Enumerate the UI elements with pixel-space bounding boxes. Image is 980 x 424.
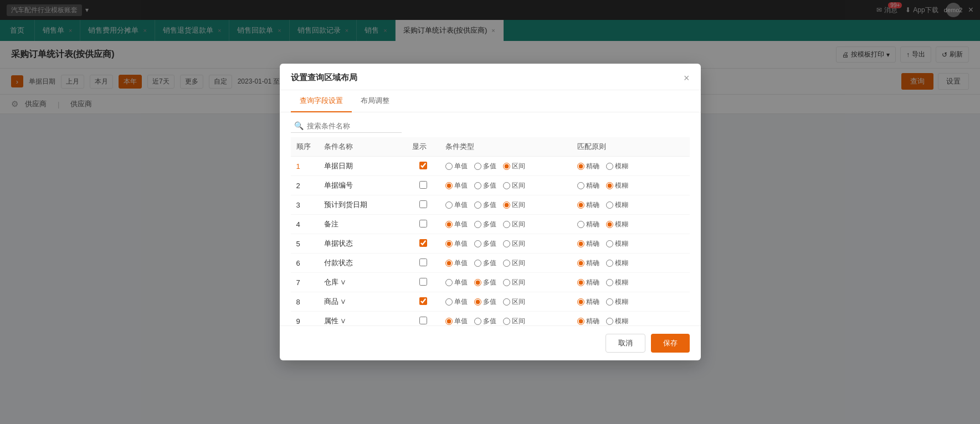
match-exact-radio[interactable] <box>577 279 584 286</box>
type-single-label[interactable]: 单值 <box>445 297 468 307</box>
match-fuzzy-radio[interactable] <box>606 201 613 209</box>
type-single-label[interactable]: 单值 <box>445 181 468 190</box>
type-single-radio[interactable] <box>445 260 453 267</box>
show-checkbox[interactable] <box>419 239 427 247</box>
match-fuzzy-radio[interactable] <box>606 163 613 170</box>
type-range-label[interactable]: 区间 <box>503 278 525 287</box>
type-range-radio[interactable] <box>503 318 510 325</box>
type-single-radio[interactable] <box>445 221 453 228</box>
match-exact-radio[interactable] <box>577 298 584 306</box>
type-range-label[interactable]: 区间 <box>503 258 525 268</box>
match-exact-radio[interactable] <box>577 163 584 170</box>
type-multi-label[interactable]: 多值 <box>474 162 496 171</box>
type-range-radio[interactable] <box>503 201 510 209</box>
type-multi-radio[interactable] <box>474 318 481 325</box>
show-checkbox[interactable] <box>419 220 427 227</box>
type-multi-label[interactable]: 多值 <box>474 258 496 268</box>
type-multi-label[interactable]: 多值 <box>474 239 496 249</box>
type-range-label[interactable]: 区间 <box>503 181 525 190</box>
match-exact-label[interactable]: 精确 <box>577 297 599 307</box>
match-exact-radio[interactable] <box>577 182 584 189</box>
type-multi-label[interactable]: 多值 <box>474 278 496 287</box>
match-fuzzy-radio[interactable] <box>606 221 613 228</box>
type-range-radio[interactable] <box>503 221 510 228</box>
match-exact-label[interactable]: 精确 <box>577 239 599 249</box>
type-single-radio[interactable] <box>445 182 453 189</box>
match-exact-radio[interactable] <box>577 318 584 325</box>
type-single-radio[interactable] <box>445 240 453 247</box>
dialog-close-button[interactable]: × <box>684 73 690 83</box>
cancel-button[interactable]: 取消 <box>606 334 645 335</box>
dialog-tab-query-fields[interactable]: 查询字段设置 <box>291 90 352 112</box>
match-exact-radio[interactable] <box>577 221 584 228</box>
type-multi-radio[interactable] <box>474 260 481 267</box>
match-fuzzy-label[interactable]: 模糊 <box>606 239 628 249</box>
type-multi-label[interactable]: 多值 <box>474 297 496 307</box>
type-single-radio[interactable] <box>445 318 453 325</box>
match-exact-label[interactable]: 精确 <box>577 200 599 210</box>
match-fuzzy-label[interactable]: 模糊 <box>606 258 628 268</box>
type-range-radio[interactable] <box>503 298 510 306</box>
type-single-radio[interactable] <box>445 163 453 170</box>
type-range-radio[interactable] <box>503 240 510 247</box>
show-checkbox[interactable] <box>419 181 427 189</box>
match-exact-radio[interactable] <box>577 201 584 209</box>
type-single-label[interactable]: 单值 <box>445 278 468 287</box>
type-range-radio[interactable] <box>503 260 510 267</box>
dialog-tab-layout[interactable]: 布局调整 <box>352 90 398 112</box>
type-single-label[interactable]: 单值 <box>445 258 468 268</box>
match-fuzzy-radio[interactable] <box>606 279 613 286</box>
type-range-label[interactable]: 区间 <box>503 200 525 210</box>
type-multi-radio[interactable] <box>474 240 481 247</box>
match-fuzzy-radio[interactable] <box>606 298 613 306</box>
type-range-radio[interactable] <box>503 163 510 170</box>
type-single-label[interactable]: 单值 <box>445 239 468 249</box>
match-fuzzy-radio[interactable] <box>606 182 613 189</box>
show-checkbox[interactable] <box>419 258 427 266</box>
show-checkbox[interactable] <box>419 297 427 305</box>
show-checkbox[interactable] <box>419 278 427 286</box>
match-exact-label[interactable]: 精确 <box>577 162 599 171</box>
type-single-label[interactable]: 单值 <box>445 162 468 171</box>
type-range-label[interactable]: 区间 <box>503 239 525 249</box>
type-multi-radio[interactable] <box>474 298 481 306</box>
type-multi-radio[interactable] <box>474 201 481 209</box>
match-fuzzy-radio[interactable] <box>606 318 613 325</box>
match-fuzzy-label[interactable]: 模糊 <box>606 297 628 307</box>
type-single-radio[interactable] <box>445 279 453 286</box>
match-fuzzy-label[interactable]: 模糊 <box>606 181 628 190</box>
type-single-radio[interactable] <box>445 201 453 209</box>
match-exact-label[interactable]: 精确 <box>577 317 599 326</box>
match-fuzzy-label[interactable]: 模糊 <box>606 220 628 229</box>
type-single-label[interactable]: 单值 <box>445 220 468 229</box>
match-exact-label[interactable]: 精确 <box>577 181 599 190</box>
type-single-label[interactable]: 单值 <box>445 200 468 210</box>
search-input[interactable] <box>307 122 396 130</box>
type-range-label[interactable]: 区间 <box>503 297 525 307</box>
save-button[interactable]: 保存 <box>651 334 690 335</box>
match-exact-radio[interactable] <box>577 240 584 247</box>
type-range-radio[interactable] <box>503 279 510 286</box>
show-checkbox[interactable] <box>419 317 427 324</box>
match-fuzzy-label[interactable]: 模糊 <box>606 278 628 287</box>
match-exact-label[interactable]: 精确 <box>577 258 599 268</box>
type-multi-label[interactable]: 多值 <box>474 220 496 229</box>
match-fuzzy-radio[interactable] <box>606 240 613 247</box>
type-range-label[interactable]: 区间 <box>503 220 525 229</box>
type-multi-radio[interactable] <box>474 163 481 170</box>
show-checkbox[interactable] <box>419 162 427 169</box>
match-exact-label[interactable]: 精确 <box>577 220 599 229</box>
match-fuzzy-label[interactable]: 模糊 <box>606 200 628 210</box>
match-fuzzy-label[interactable]: 模糊 <box>606 162 628 171</box>
type-multi-radio[interactable] <box>474 221 481 228</box>
match-fuzzy-label[interactable]: 模糊 <box>606 317 628 326</box>
type-single-radio[interactable] <box>445 298 453 306</box>
show-checkbox[interactable] <box>419 200 427 208</box>
type-multi-label[interactable]: 多值 <box>474 200 496 210</box>
type-multi-radio[interactable] <box>474 182 481 189</box>
type-range-radio[interactable] <box>503 182 510 189</box>
type-range-label[interactable]: 区间 <box>503 162 525 171</box>
type-multi-label[interactable]: 多值 <box>474 317 496 326</box>
type-range-label[interactable]: 区间 <box>503 317 525 326</box>
type-multi-label[interactable]: 多值 <box>474 181 496 190</box>
